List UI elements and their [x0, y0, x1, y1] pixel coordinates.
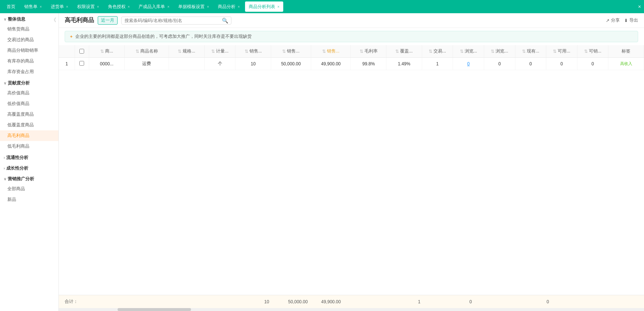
search-icon[interactable]: 🔍: [222, 18, 228, 23]
col-sellable[interactable]: ⇅可销...: [577, 45, 608, 58]
cell-current: 0: [515, 58, 546, 70]
close-analysis-list-icon[interactable]: ×: [277, 5, 280, 9]
cell-tag: 高收入: [608, 58, 644, 70]
sidebar-group-overall[interactable]: ∨ 整体信息: [0, 13, 58, 24]
close-role-icon[interactable]: ×: [128, 5, 130, 9]
sidebar-group-contribution[interactable]: ∨ 贡献度分析: [0, 77, 58, 88]
share-icon: ↗: [606, 18, 609, 23]
sidebar-group-growth[interactable]: › 成长性分析: [0, 162, 58, 173]
sort-icon-browse2: ⇅: [491, 49, 494, 54]
col-browse2[interactable]: ⇅浏览...: [484, 45, 515, 58]
sidebar-item-traded-goods[interactable]: 交易过的商品: [0, 35, 58, 45]
sidebar-collapse-button[interactable]: 《: [51, 17, 56, 23]
cell-sales-amt: 50,000.00: [271, 58, 311, 70]
sidebar-item-new-goods[interactable]: 新品: [0, 194, 58, 205]
close-permission-icon[interactable]: ×: [97, 5, 99, 9]
arrow-overall-icon: ∨: [4, 17, 6, 21]
arrow-contribution-icon: ∨: [4, 81, 6, 85]
col-checkbox[interactable]: [75, 45, 89, 58]
sidebar-item-low-value[interactable]: 低价值商品: [0, 98, 58, 109]
sidebar-item-stocked-goods[interactable]: 有库存的商品: [0, 56, 58, 66]
sidebar-item-all-goods[interactable]: 全部商品: [0, 184, 58, 194]
sort-icon-spec: ⇅: [178, 49, 181, 54]
sidebar-item-high-margin[interactable]: 高毛利商品: [0, 130, 58, 141]
col-unit[interactable]: ⇅计量...: [204, 45, 235, 58]
col-sales-amt[interactable]: ⇅销售...: [271, 45, 311, 58]
tab-purchase-label: 进货单: [51, 4, 64, 10]
cell-checkbox[interactable]: [75, 58, 89, 70]
col-name[interactable]: ⇅商品名称: [125, 45, 169, 58]
col-tag[interactable]: 标签: [608, 45, 644, 58]
search-input[interactable]: [125, 18, 220, 23]
table-container[interactable]: ⇅商... ⇅商品名称 ⇅规格... ⇅计量... ⇅销售... ⇅销售... …: [59, 45, 644, 295]
sort-icon-sales-amt: ⇅: [282, 49, 286, 54]
col-sales-amt2[interactable]: ⇅销售...: [311, 45, 351, 58]
col-coverage[interactable]: ⇅覆盖...: [386, 45, 422, 58]
cell-available: 0: [546, 58, 578, 70]
tab-analysis-list[interactable]: 商品分析列表 ×: [245, 1, 283, 12]
share-button[interactable]: ↗ 分享: [606, 17, 620, 23]
export-button[interactable]: ⬇ 导出: [624, 17, 638, 23]
sidebar-group-growth-label: 成长性分析: [6, 165, 28, 171]
scroll-thumb[interactable]: [118, 308, 191, 311]
footer-sales-qty: 10: [252, 299, 281, 304]
sidebar-item-distribution-rate[interactable]: 商品分销助销率: [0, 45, 58, 56]
sidebar-item-high-coverage[interactable]: 高覆盖度商品: [0, 109, 58, 120]
sidebar: 《 ∨ 整体信息 销售货商品 交易过的商品 商品分销助销率 有库存的商品 库存资…: [0, 13, 59, 311]
tab-sales-label: 销售单: [24, 4, 37, 10]
col-available[interactable]: ⇅可用...: [546, 45, 578, 58]
tab-role[interactable]: 角色授权 ×: [104, 1, 134, 12]
sidebar-item-sales-goods[interactable]: 销售货商品: [0, 24, 58, 35]
sidebar-item-high-value[interactable]: 高价值商品: [0, 88, 58, 98]
col-spec[interactable]: ⇅规格...: [169, 45, 205, 58]
row-checkbox[interactable]: [79, 61, 84, 66]
cell-sales-amt2: 49,900.00: [311, 58, 351, 70]
col-browse1[interactable]: ⇅浏览...: [453, 45, 484, 58]
col-current[interactable]: ⇅现有...: [515, 45, 546, 58]
close-template-icon[interactable]: ×: [207, 5, 209, 9]
cell-name: 运费: [125, 58, 169, 70]
footer-sales-amt: 50,000.00: [281, 299, 314, 304]
col-sales-qty[interactable]: ⇅销售...: [235, 45, 271, 58]
sidebar-item-stock-capital[interactable]: 库存资金占用: [0, 66, 58, 77]
col-code[interactable]: ⇅商...: [89, 45, 125, 58]
tab-sales[interactable]: 销售单 ×: [21, 1, 46, 12]
select-all-checkbox[interactable]: [79, 49, 84, 54]
cell-sellable: 0: [577, 58, 608, 70]
close-purchase-icon[interactable]: ×: [66, 5, 68, 9]
col-trade[interactable]: ⇅交易...: [422, 45, 453, 58]
top-navigation: 首页 销售单 × 进货单 × 权限设置 × 角色授权 × 产成品入库单 × 单据…: [0, 0, 644, 13]
close-all-button[interactable]: ×: [638, 4, 641, 10]
browse1-link[interactable]: 0: [467, 61, 470, 66]
sidebar-item-low-coverage[interactable]: 低覆盖度商品: [0, 120, 58, 130]
sidebar-group-marketing-label: 营销推广分析: [8, 176, 34, 182]
col-gross-rate[interactable]: ⇅毛利率: [351, 45, 386, 58]
page-title: 高毛利商品: [65, 17, 94, 24]
info-icon: ✦: [69, 34, 73, 39]
search-box: 🔍: [121, 17, 231, 25]
tab-permission[interactable]: 权限设置 ×: [73, 1, 103, 12]
sidebar-group-marketing[interactable]: ∨ 营销推广分析: [0, 173, 58, 184]
horizontal-scrollbar[interactable]: [59, 308, 644, 311]
tab-product-inbound[interactable]: 产成品入库单 ×: [135, 1, 173, 12]
close-sales-icon[interactable]: ×: [40, 5, 42, 9]
tab-home[interactable]: 首页: [3, 1, 19, 12]
tab-analysis[interactable]: 商品分析 ×: [214, 1, 244, 12]
close-analysis-icon[interactable]: ×: [238, 5, 240, 9]
table-row: 1 0000... 运费 个 10 50,000.00 49,900.00 99…: [59, 58, 644, 70]
footer-browse2: 0: [458, 299, 483, 304]
cell-browse1[interactable]: 0: [453, 58, 484, 70]
sort-icon: ⇅: [100, 49, 104, 54]
tab-template[interactable]: 单据模板设置 ×: [175, 1, 213, 12]
close-product-inbound-icon[interactable]: ×: [167, 5, 169, 9]
sidebar-group-liquidity[interactable]: › 流通性分析: [0, 152, 58, 162]
sort-icon-current: ⇅: [522, 49, 526, 54]
info-banner: ✦ 企业的主要的利润都是这部分商品创造的，可考虑加大推广，同时关注库存是不要出现…: [65, 31, 638, 42]
tab-purchase[interactable]: 进货单 ×: [47, 1, 72, 12]
sidebar-item-low-margin[interactable]: 低毛利商品: [0, 141, 58, 152]
tab-template-label: 单据模板设置: [178, 4, 205, 10]
cell-browse2: 0: [484, 58, 515, 70]
footer-sales-amt2: 49,900.00: [314, 299, 348, 304]
filter-month-button[interactable]: 近一月: [98, 16, 118, 25]
sort-icon-sellable: ⇅: [584, 49, 588, 54]
